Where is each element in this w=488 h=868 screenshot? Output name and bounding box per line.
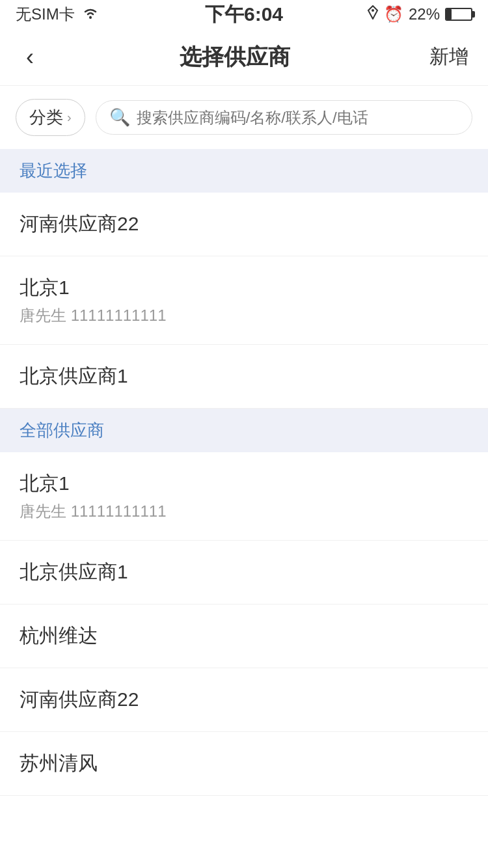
item-name: 杭州维达 (20, 623, 468, 649)
page-title: 选择供应商 (180, 42, 290, 72)
location-icon (367, 5, 379, 23)
item-name: 北京1 (20, 275, 468, 301)
all-header-text: 全部供应商 (20, 420, 104, 440)
item-sub: 唐先生 11111111111 (20, 305, 468, 326)
item-name: 北京供应商1 (20, 363, 468, 390)
item-sub: 唐先生 11111111111 (20, 501, 468, 522)
status-left: 无SIM卡 (16, 4, 100, 25)
wifi-icon (81, 5, 100, 23)
status-time: 下午6:04 (205, 1, 283, 28)
carrier-text: 无SIM卡 (16, 4, 75, 25)
search-input[interactable] (137, 109, 459, 127)
category-button[interactable]: 分类 › (16, 99, 85, 136)
item-name: 苏州清风 (20, 750, 468, 777)
list-item[interactable]: 河南供应商22 (0, 668, 488, 732)
search-bar: 🔍 (96, 100, 472, 135)
nav-bar: ‹ 选择供应商 新增 (0, 29, 488, 86)
all-list: 北京1 唐先生 11111111111 北京供应商1 杭州维达 河南供应商22 … (0, 452, 488, 796)
list-item[interactable]: 杭州维达 (0, 604, 488, 668)
list-item[interactable]: 河南供应商22 (0, 193, 488, 256)
status-bar: 无SIM卡 下午6:04 ⏰ 22% (0, 0, 488, 29)
svg-point-1 (372, 9, 374, 12)
list-item[interactable]: 北京1 唐先生 11111111111 (0, 452, 488, 541)
item-name: 河南供应商22 (20, 686, 468, 713)
list-item[interactable]: 苏州清风 (0, 732, 488, 796)
list-item[interactable]: 北京供应商1 (0, 541, 488, 604)
list-item[interactable]: 北京1 唐先生 11111111111 (0, 256, 488, 345)
all-section-header: 全部供应商 (0, 409, 488, 452)
status-right: ⏰ 22% (367, 5, 472, 23)
filter-bar: 分类 › 🔍 (0, 86, 488, 149)
item-name: 北京供应商1 (20, 559, 468, 586)
add-button[interactable]: 新增 (429, 44, 468, 70)
recent-header-text: 最近选择 (20, 161, 87, 180)
battery-percent: 22% (409, 5, 440, 23)
battery-icon (445, 8, 472, 21)
recent-list: 河南供应商22 北京1 唐先生 11111111111 北京供应商1 (0, 193, 488, 409)
alarm-icon: ⏰ (384, 5, 403, 23)
item-name: 河南供应商22 (20, 211, 468, 237)
back-button[interactable]: ‹ (20, 37, 40, 77)
svg-point-0 (89, 16, 92, 19)
item-name: 北京1 (20, 470, 468, 497)
list-item[interactable]: 北京供应商1 (0, 345, 488, 409)
category-label: 分类 (29, 106, 63, 129)
search-icon: 🔍 (109, 107, 130, 128)
recent-section-header: 最近选择 (0, 149, 488, 193)
chevron-right-icon: › (67, 110, 72, 125)
